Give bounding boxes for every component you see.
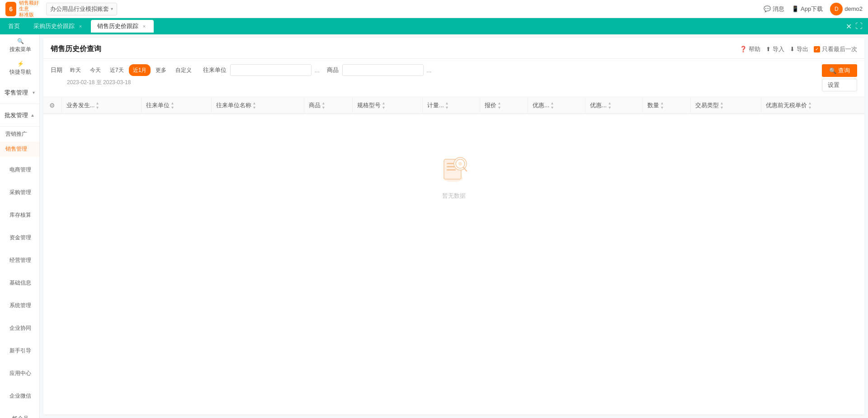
page-title: 销售历史价查询 — [51, 44, 101, 54]
sidebar-item-marketing[interactable]: 营销推广 — [0, 127, 39, 142]
member-club-label: 畅会员 — [12, 415, 28, 418]
empty-icon — [436, 150, 472, 186]
partner-input-group: ... — [230, 64, 320, 76]
top-right: 💬 消息 📱 App下载 D demo2 — [764, 3, 863, 15]
tab-home[interactable]: 首页 — [2, 20, 26, 33]
partner-input[interactable] — [230, 64, 311, 76]
help-btn[interactable]: ❓ 帮助 — [740, 45, 760, 53]
sidebar-item-operations[interactable]: 经营管理 — [0, 249, 39, 271]
tab-purchase-history[interactable]: 采购历史价跟踪 × — [27, 20, 90, 33]
partner-search-dots[interactable]: ... — [314, 66, 320, 74]
date-range-display: 2023-02-18 至 2023-03-18 — [66, 79, 196, 86]
col-biz-date-label: 业务发生... — [66, 101, 95, 109]
sort-icon-quoted: ▴▾ — [498, 101, 500, 110]
col-qty[interactable]: 数量 ▴▾ — [642, 97, 690, 114]
settings-label: 设置 — [828, 81, 840, 89]
logo-text: 销售额好生意 标准版 — [19, 0, 42, 18]
col-partner-code[interactable]: 往来单位 ▴▾ — [141, 97, 212, 114]
sidebar-section-retail[interactable]: 零售管理 ▾ — [0, 81, 39, 104]
import-btn[interactable]: ⬆ 导入 — [766, 45, 784, 53]
col-spec[interactable]: 规格型号 ▴▾ — [352, 97, 423, 114]
query-button[interactable]: 🔍 查询 — [822, 64, 857, 77]
col-biz-date[interactable]: 业务发生... ▴▾ — [61, 97, 141, 114]
sort-icon-qty: ▴▾ — [661, 101, 663, 110]
sidebar-item-inventory[interactable]: 库存核算 — [0, 204, 39, 226]
sidebar-item-new-guide[interactable]: 新手引导 — [0, 339, 39, 362]
tab-expand-btn[interactable]: ⛶ — [855, 22, 863, 30]
wholesale-caret-icon: ▲ — [30, 113, 35, 118]
query-icon: 🔍 — [829, 67, 836, 74]
col-quoted-price[interactable]: 报价 ▴▾ — [480, 97, 528, 114]
logo-area: 6 销售额好生意 标准版 — [5, 0, 42, 18]
sidebar-item-basic-info[interactable]: 基础信息 — [0, 271, 39, 294]
sidebar-item-ecommerce[interactable]: 电商管理 — [0, 158, 39, 181]
col-unit-label: 计量... — [427, 101, 444, 109]
user-menu[interactable]: D demo2 — [830, 3, 863, 15]
tab-sales-history[interactable]: 销售历史价跟踪 × — [91, 20, 154, 33]
empty-text: 暂无数据 — [442, 192, 466, 200]
sidebar-item-system-mgmt[interactable]: 系统管理 — [0, 294, 39, 317]
import-label: 导入 — [773, 45, 784, 53]
col-pre-tax[interactable]: 优惠前无税单价 ▴▾ — [761, 97, 864, 114]
message-btn[interactable]: 💬 消息 — [764, 5, 784, 13]
date-btn-last1month[interactable]: 近1月 — [129, 64, 151, 76]
sidebar-item-enterprise-wechat[interactable]: 企业微信 — [0, 385, 39, 407]
sidebar-item-enterprise-coop[interactable]: 企业协同 — [0, 317, 39, 339]
page-header-actions: ❓ 帮助 ⬆ 导入 ⬇ 导出 ✓ 只看最后一次 — [740, 45, 857, 53]
logo-icon: 6 — [5, 2, 16, 16]
svg-point-8 — [458, 162, 462, 166]
sidebar-section-wholesale[interactable]: 批发管理 ▲ — [0, 104, 39, 127]
col-settings[interactable]: ⚙ — [43, 97, 61, 114]
date-btn-last7days[interactable]: 近7天 — [106, 64, 128, 76]
app-download-btn[interactable]: 📱 App下载 — [792, 5, 823, 13]
phone-icon: 📱 — [792, 5, 799, 12]
date-btn-more[interactable]: 更多 — [151, 64, 170, 76]
only-last-label: 只看最后一次 — [822, 45, 857, 53]
workspace-selector[interactable]: 办公用品行业模拟账套 ▾ — [46, 3, 117, 15]
tab-bar-actions: ✕ ⛶ — [846, 22, 866, 31]
date-options: 昨天 今天 近7天 近1月 更多 自定义 — [66, 64, 196, 76]
date-btn-today[interactable]: 今天 — [86, 64, 105, 76]
sort-icon-partner: ▴▾ — [171, 101, 174, 110]
avatar: D — [830, 3, 843, 15]
only-last-checkbox-group[interactable]: ✓ 只看最后一次 — [814, 45, 857, 53]
sidebar-item-finance[interactable]: 资金管理 — [0, 226, 39, 249]
message-icon: 💬 — [764, 5, 771, 12]
marketing-label: 营销推广 — [5, 130, 27, 138]
col-product-label: 商品 — [309, 101, 321, 109]
date-btn-yesterday[interactable]: 昨天 — [66, 64, 85, 76]
col-partner-name[interactable]: 往来单位名称 ▴▾ — [212, 97, 304, 114]
export-btn[interactable]: ⬇ 导出 — [790, 45, 808, 53]
sort-icon-spec: ▴▾ — [382, 101, 385, 110]
sidebar-item-quick-nav[interactable]: ⚡ 快捷导航 — [0, 57, 39, 80]
col-trade-type[interactable]: 交易类型 ▴▾ — [691, 97, 761, 114]
empty-state: 暂无数据 — [43, 114, 864, 236]
sidebar-item-member-club[interactable]: 畅会员 — [0, 407, 39, 418]
col-unit[interactable]: 计量... ▴▾ — [423, 97, 480, 114]
content-area: 销售历史价查询 ❓ 帮助 ⬆ 导入 ⬇ 导出 ✓ — [40, 34, 868, 418]
query-label: 查询 — [838, 66, 850, 75]
tab-close-all-btn[interactable]: ✕ — [846, 22, 852, 31]
export-icon: ⬇ — [790, 46, 795, 52]
table-settings-icon[interactable]: ⚙ — [49, 102, 55, 109]
sidebar-item-search-menu[interactable]: 🔍 搜索菜单 — [0, 34, 39, 57]
svg-rect-3 — [447, 166, 455, 167]
sidebar-item-purchase[interactable]: 采购管理 — [0, 181, 39, 204]
sidebar-item-app-center[interactable]: 应用中心 — [0, 362, 39, 385]
sidebar-item-sales-mgmt[interactable]: 销售管理 — [0, 142, 39, 157]
col-discount2[interactable]: 优惠... ▴▾ — [585, 97, 643, 114]
date-btn-custom[interactable]: 自定义 — [171, 64, 196, 76]
product-search-dots[interactable]: ... — [426, 66, 432, 74]
quick-nav-icon: ⚡ — [17, 61, 24, 67]
product-input[interactable] — [342, 64, 424, 76]
col-product[interactable]: 商品 ▴▾ — [304, 97, 352, 114]
retail-caret-icon: ▾ — [33, 90, 35, 95]
tab-purchase-close-btn[interactable]: × — [77, 23, 84, 29]
tab-sales-close-btn[interactable]: × — [141, 23, 147, 29]
settings-button[interactable]: 设置 — [822, 79, 857, 91]
col-discount1[interactable]: 优惠... ▴▾ — [528, 97, 585, 114]
sort-icon-discount1: ▴▾ — [551, 101, 553, 110]
product-filter-label: 商品 — [327, 64, 339, 76]
product-input-group: ... — [342, 64, 432, 76]
col-partner-code-label: 往来单位 — [146, 101, 170, 109]
